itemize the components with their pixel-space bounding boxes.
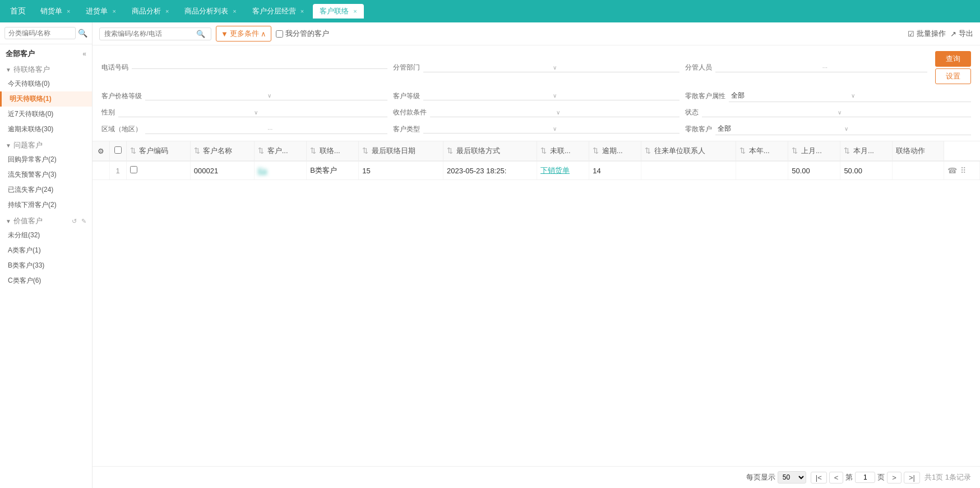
sidebar-item-churn-warning[interactable]: 流失预警客户(3) <box>0 167 92 182</box>
filter-dept: 分管部门 ∨ <box>393 51 679 84</box>
close-icon[interactable]: × <box>301 8 304 15</box>
sidebar-item-overdue[interactable]: 逾期未联络(30) <box>0 122 92 137</box>
filter-grid: 电话号码 分管部门 ∨ 分管人员 ··· <box>101 51 971 135</box>
nav-item-purchase[interactable]: 进货单 × <box>79 4 122 19</box>
sort-icon[interactable]: ⇅ <box>593 146 599 155</box>
sidebar-item-7days[interactable]: 近7天待联络(0) <box>0 107 92 122</box>
sort-icon[interactable]: ⇅ <box>258 146 264 155</box>
filter-phone: 电话号码 <box>101 51 387 84</box>
contact-action-icon[interactable]: ☎ <box>947 166 957 175</box>
last-page-btn[interactable]: >| <box>904 472 920 484</box>
value-grade-select[interactable]: ∨ <box>145 91 387 100</box>
sidebar-item-ungrouped[interactable]: 未分组(32) <box>0 228 92 243</box>
retail-attr-select[interactable]: 全部 ∨ <box>729 90 971 102</box>
select-all-checkbox[interactable] <box>114 146 122 154</box>
sidebar-item-churned[interactable]: 已流失客户(24) <box>0 182 92 197</box>
sidebar-search-input[interactable] <box>4 27 76 39</box>
nav-item-analysis-list[interactable]: 商品分析列表 × <box>178 4 243 19</box>
row-settings <box>93 161 109 180</box>
sort-icon[interactable]: ⇅ <box>792 146 798 155</box>
th-name: ⇅ 客户名称 <box>190 141 254 161</box>
sidebar-item-b-class[interactable]: B类客户(33) <box>0 258 92 273</box>
page-input[interactable] <box>855 472 875 483</box>
row-select-checkbox[interactable] <box>130 166 137 173</box>
ellipsis-icon: ··· <box>267 126 385 132</box>
next-page-btn[interactable]: > <box>887 472 902 484</box>
sidebar-item-today[interactable]: 今天待联络(0) <box>0 76 92 91</box>
collapse-icon[interactable]: « <box>82 50 86 58</box>
row-name[interactable]: Ea <box>255 161 307 180</box>
th-this-month: ⇅ 本月... <box>840 141 893 161</box>
nav-item-customer-layer[interactable]: 客户分层经营 × <box>246 4 311 19</box>
sort-icon[interactable]: ⇅ <box>194 146 200 155</box>
last-contact-link[interactable]: 下销货单 <box>540 166 570 174</box>
customer-name-link[interactable]: Ea <box>258 167 267 175</box>
nav-item-customer-contact[interactable]: 客户联络 × <box>313 4 363 19</box>
close-icon[interactable]: × <box>353 8 357 15</box>
row-type: B类客户 <box>307 161 359 180</box>
sidebar-item-declining[interactable]: 持续下滑客户(2) <box>0 197 92 213</box>
customer-grade-select[interactable]: ∨ <box>423 91 679 100</box>
sort-icon[interactable]: ⇅ <box>540 146 547 155</box>
filter-payment: 收付款条件 ∨ <box>393 108 679 117</box>
nav-item-analysis[interactable]: 商品分析 × <box>125 4 175 19</box>
close-icon[interactable]: × <box>233 8 236 15</box>
batch-op-btn[interactable]: ☑ 批量操作 <box>908 29 946 39</box>
sidebar-item-repurchase-abnormal[interactable]: 回购异常客户(2) <box>0 152 92 167</box>
nav-home[interactable]: 首页 <box>4 4 31 19</box>
filter-retail-attr: 零散客户属性 全部 ∨ <box>685 90 971 102</box>
sidebar-item-c-class[interactable]: C类客户(6) <box>0 273 92 288</box>
sort-icon[interactable]: ⇅ <box>645 146 651 155</box>
sidebar-item-a-class[interactable]: A类客户(1) <box>0 243 92 258</box>
my-customer-checkbox-wrap[interactable]: 我分管的客户 <box>276 29 329 39</box>
more-filter-btn[interactable]: ▼ 更多条件 ∧ <box>216 26 271 42</box>
region-select[interactable]: ··· <box>145 125 387 134</box>
refresh-icon[interactable]: ↺ <box>72 218 77 225</box>
my-customer-checkbox[interactable] <box>276 30 283 38</box>
gender-select[interactable]: ∨ <box>118 108 387 117</box>
status-select[interactable]: ∨ <box>702 108 971 117</box>
sort-icon[interactable]: ⇅ <box>130 146 136 155</box>
close-icon[interactable]: × <box>67 8 70 15</box>
row-code: 000021 <box>190 161 254 180</box>
close-icon[interactable]: × <box>112 8 115 15</box>
th-last-type: ⇅ 最后联络方式 <box>443 141 537 161</box>
row-last-type[interactable]: 下销货单 <box>537 161 589 180</box>
edit-icon[interactable]: ✎ <box>81 218 86 225</box>
nav-item-sales[interactable]: 销货单 × <box>34 4 77 19</box>
close-icon[interactable]: × <box>165 8 169 15</box>
search-icon[interactable]: 🔍 <box>196 30 205 38</box>
th-last-date: ⇅ 最后联络日期 <box>359 141 443 161</box>
sort-icon[interactable]: ⇅ <box>362 146 368 155</box>
th-checkbox[interactable] <box>109 141 126 161</box>
payment-select[interactable]: ∨ <box>430 108 679 117</box>
top-nav: 首页 销货单 × 进货单 × 商品分析 × 商品分析列表 × 客户分层经营 × … <box>0 0 980 22</box>
query-button[interactable]: 查询 <box>935 51 971 67</box>
set-button[interactable]: 设置 <box>935 68 971 84</box>
sort-icon[interactable]: ⇅ <box>447 146 453 155</box>
search-icon[interactable]: 🔍 <box>78 29 87 38</box>
retail-customer-select[interactable]: 全部 ∨ <box>715 123 971 135</box>
triangle-icon: ▼ <box>6 218 11 224</box>
more-action-icon[interactable]: ⠿ <box>960 166 966 175</box>
dept-select[interactable]: ∨ <box>423 63 679 72</box>
th-settings[interactable]: ⚙ <box>93 141 109 161</box>
row-contact-count: 15 <box>359 161 443 180</box>
customer-type-select[interactable]: ∨ <box>423 125 679 133</box>
row-checkbox[interactable] <box>126 161 190 180</box>
chevron-down-icon: ∨ <box>556 109 677 116</box>
search-input[interactable] <box>104 30 194 38</box>
row-this-year: 50.00 <box>788 161 840 180</box>
prev-page-btn[interactable]: < <box>829 472 844 484</box>
sidebar-item-tomorrow[interactable]: 明天待联络(1) <box>0 91 92 107</box>
manager-select[interactable]: ··· <box>715 63 927 72</box>
sort-icon[interactable]: ⇅ <box>310 146 316 155</box>
export-btn[interactable]: ↗ 导出 <box>950 29 973 39</box>
first-page-btn[interactable]: |< <box>811 472 827 484</box>
sidebar-all-customers: 全部客户 « <box>0 44 92 61</box>
sort-icon[interactable]: ⇅ <box>844 146 850 155</box>
per-page-select[interactable]: 50 20 100 200 <box>778 471 806 484</box>
content-area: 🔍 ▼ 更多条件 ∧ 我分管的客户 ☑ 批量操作 ↗ 导出 <box>93 22 980 488</box>
sort-icon[interactable]: ⇅ <box>739 146 746 155</box>
phone-input[interactable] <box>132 66 387 69</box>
